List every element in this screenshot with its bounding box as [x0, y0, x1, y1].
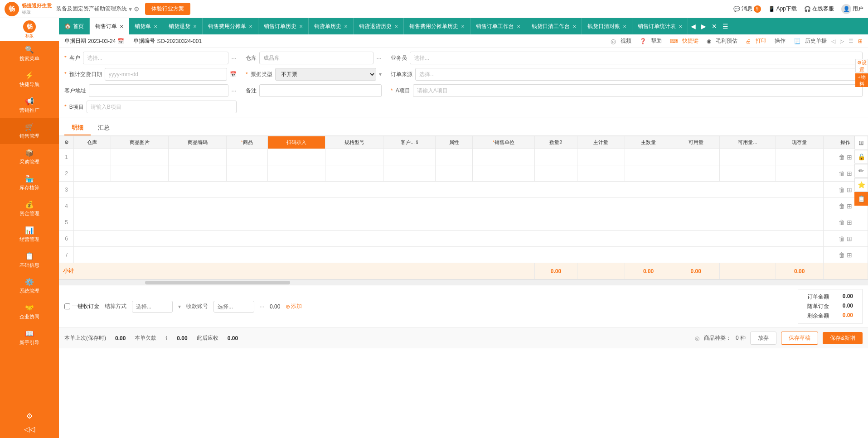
delivery-calendar-icon[interactable]: 📅	[230, 71, 237, 77]
tab-fee-split-history[interactable]: 销售费用分摊单历史 ✕	[404, 18, 470, 34]
row-4-copy-icon[interactable]: ⊞	[847, 202, 852, 210]
message-btn[interactable]: 💬 消息 9	[733, 5, 761, 13]
circle-icon[interactable]: ◎	[611, 38, 616, 45]
scroll-thumb[interactable]	[145, 281, 290, 284]
add-payment-btn[interactable]: ⊕ 添加	[286, 303, 302, 310]
sidebar-item-quick-nav[interactable]: ⚡ 快捷导航	[0, 67, 59, 92]
tab-sales-stats[interactable]: 销售订单统计表 ✕	[632, 18, 688, 34]
th-settings[interactable]: ⚙	[59, 136, 74, 149]
tab-return-history[interactable]: 销货单历史 ✕	[309, 18, 354, 34]
row-4-delete-icon[interactable]: 🗑	[839, 202, 845, 210]
sidebar-settings-icon[interactable]: ⚙	[26, 412, 33, 420]
history-icon[interactable]: 📃	[794, 38, 800, 44]
user-btn[interactable]: 👤 用户	[841, 4, 863, 14]
tab-return-history-close[interactable]: ✕	[344, 24, 348, 29]
auto-receipt-checkbox[interactable]	[64, 303, 70, 309]
settings-gear-icon[interactable]: ⚙	[134, 5, 140, 13]
tab-next-btn[interactable]: ▶	[698, 18, 709, 34]
save-new-btn[interactable]: 保存&新增	[823, 332, 863, 344]
address-dots-btn[interactable]: ···	[231, 87, 237, 94]
a-project-input[interactable]	[413, 84, 863, 97]
customer-input[interactable]	[83, 52, 229, 64]
side-panel-btn-1[interactable]: ⊞	[854, 136, 868, 149]
system-dropdown-icon[interactable]: ▾	[129, 5, 132, 13]
tab-credit-reconcile-close[interactable]: ✕	[623, 24, 626, 29]
operate-label[interactable]: 操作	[775, 37, 786, 45]
tab-menu-btn[interactable]: ☰	[720, 18, 731, 34]
history-label[interactable]: 历史单据	[805, 37, 827, 45]
sidebar-collapse-icon[interactable]: ◁◁	[24, 425, 35, 433]
salesman-input[interactable]	[410, 52, 863, 64]
tab-order-workbench-close[interactable]: ✕	[517, 24, 520, 29]
tab-credit-daily[interactable]: 钱货日清工作台 ✕	[526, 18, 582, 34]
settings-panel-btn[interactable]: ⚙设置	[855, 59, 868, 72]
warehouse-input[interactable]	[259, 52, 373, 64]
tab-order-history[interactable]: 销售订单历史 ✕	[258, 18, 309, 34]
warehouse-dots-btn[interactable]: ···	[376, 54, 382, 62]
tab-fee-split[interactable]: 销售费用分摊单 ✕	[203, 18, 258, 34]
tab-fee-split-history-close[interactable]: ✕	[461, 24, 465, 29]
row-1-copy-icon[interactable]: ⊞	[847, 154, 852, 161]
sidebar-item-search[interactable]: 🔍 搜索菜单	[0, 41, 59, 67]
row-1-delete-icon[interactable]: 🗑	[839, 154, 845, 161]
sidebar-item-finance[interactable]: 💰 资金管理	[0, 196, 59, 221]
delivery-date-input[interactable]	[105, 68, 227, 81]
tab-fee-split-close[interactable]: ✕	[249, 24, 252, 29]
row-2-copy-icon[interactable]: ⊞	[847, 170, 852, 177]
customer-dots-btn[interactable]: ···	[231, 54, 237, 62]
print-icon[interactable]: 🖨	[746, 38, 751, 44]
print-label[interactable]: 打印	[756, 37, 766, 45]
payment-method-input[interactable]	[132, 301, 173, 313]
tab-return-goods-close[interactable]: ✕	[193, 24, 197, 29]
add-material-btn[interactable]: +物料	[855, 73, 868, 87]
app-download-btn[interactable]: 📱 App下载	[768, 5, 797, 13]
order-source-input[interactable]	[415, 68, 863, 81]
b-project-input[interactable]	[87, 101, 237, 113]
tab-credit-daily-close[interactable]: ✕	[572, 24, 576, 29]
help-label[interactable]: 帮助	[651, 37, 662, 45]
profit-label[interactable]: 毛利预估	[716, 37, 737, 45]
row-5-copy-icon[interactable]: ⊞	[847, 219, 852, 226]
side-panel-btn-3[interactable]: ✏	[854, 164, 868, 178]
tab-detail[interactable]: 明细	[64, 121, 91, 135]
side-panel-btn-2[interactable]: 🔒	[854, 150, 868, 164]
auto-receipt-label[interactable]: 一键收订金	[64, 303, 99, 310]
sidebar-item-sales[interactable]: 🛒 销售管理	[0, 118, 59, 144]
row-2-delete-icon[interactable]: 🗑	[839, 170, 845, 177]
grid-view-icon[interactable]: ⊞	[858, 38, 863, 44]
sidebar-item-cooperation[interactable]: 🤝 企业协同	[0, 299, 59, 325]
discard-btn[interactable]: 放弃	[750, 332, 776, 345]
notes-input[interactable]	[259, 84, 382, 97]
shortcut-label[interactable]: ⌨	[670, 38, 678, 44]
save-draft-btn[interactable]: 保存草稿	[781, 332, 818, 345]
tab-sales-stats-close[interactable]: ✕	[679, 24, 682, 29]
list-view-icon[interactable]: ☰	[849, 38, 853, 44]
tab-order-workbench[interactable]: 销售订单工作台 ✕	[470, 18, 526, 34]
profit-icon[interactable]: ◉	[707, 38, 711, 44]
tab-sales-return[interactable]: 销货单 ✕	[129, 18, 163, 34]
calendar-icon[interactable]: 📅	[117, 38, 124, 44]
tab-summary[interactable]: 汇总	[91, 121, 117, 135]
nav-prev-icon[interactable]: ◁	[831, 38, 835, 44]
tab-order-history-close[interactable]: ✕	[299, 24, 303, 29]
tab-sales-return-close[interactable]: ✕	[154, 24, 157, 29]
tab-return-goods-history[interactable]: 销货退货历史 ✕	[354, 18, 404, 34]
view-label[interactable]: 视频	[621, 37, 631, 45]
sidebar-item-inventory[interactable]: 🏪 库存核算	[0, 170, 59, 196]
sidebar-item-purchase[interactable]: 📦 采购管理	[0, 144, 59, 170]
payment-method-dropdown[interactable]: ▾	[178, 303, 181, 310]
side-panel-btn-4[interactable]: ⭐	[854, 178, 868, 192]
sidebar-item-base-info[interactable]: 📋 基础信息	[0, 247, 59, 273]
product-count-icon[interactable]: ◎	[695, 335, 699, 342]
th-scan-input[interactable]: 扫码录入	[267, 136, 325, 149]
tab-return-goods-history-close[interactable]: ✕	[394, 24, 398, 29]
account-input[interactable]	[213, 301, 254, 313]
this-order-icon[interactable]: ℹ	[165, 335, 168, 342]
nav-next-icon[interactable]: ▷	[840, 38, 844, 44]
row-3-delete-icon[interactable]: 🗑	[839, 186, 845, 193]
online-service-btn[interactable]: 🎧 在线客服	[804, 5, 834, 13]
row-6-delete-icon[interactable]: 🗑	[839, 235, 845, 242]
row-5-delete-icon[interactable]: 🗑	[839, 219, 845, 226]
invoice-dropdown-icon[interactable]: ▾	[379, 71, 382, 77]
horizontal-scrollbar[interactable]	[59, 279, 868, 285]
